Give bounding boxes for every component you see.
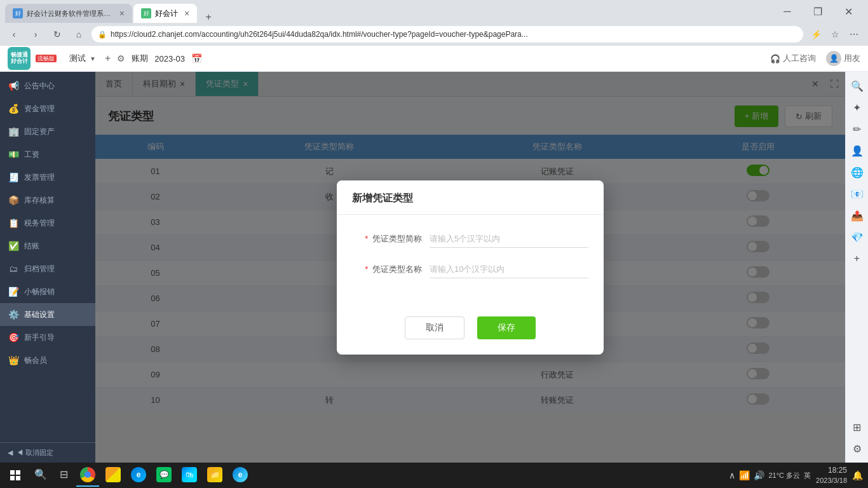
browser-tab-2[interactable]: 好 好会计 × <box>133 4 197 23</box>
modal-header: 新增凭证类型 <box>337 180 604 215</box>
fixed-assets-label: 固定资产 <box>24 126 55 137</box>
sidebar-item-inventory[interactable]: 📦 库存核算 <box>0 189 95 212</box>
browser-tabs: 好 好会计云财务软件管理系统_会计 × 好 好会计 × + <box>5 0 216 23</box>
abbr-required: * <box>365 234 368 243</box>
gear-icon[interactable]: ⚙ <box>117 53 125 64</box>
announcement-label: 公告中心 <box>24 81 55 92</box>
cancel-button[interactable]: 取消 <box>405 316 465 339</box>
sidebar-item-expense[interactable]: 📝 小畅报销 <box>0 280 95 303</box>
rs-settings-icon[interactable]: ⚙ <box>848 440 866 458</box>
taskbar-time[interactable]: 18:25 2023/3/18 <box>816 465 847 485</box>
sidebar-item-member[interactable]: 👑 畅会员 <box>0 349 95 372</box>
new-tab-button[interactable]: + <box>201 11 216 23</box>
rs-star-icon[interactable]: ✦ <box>848 98 866 116</box>
user-button[interactable]: 👤 用友 <box>826 51 860 66</box>
taskbar-wechat[interactable]: 💬 <box>153 464 175 487</box>
sidebar-item-announcement[interactable]: 📢 公告中心 <box>0 74 95 97</box>
extensions-button[interactable]: ⚡ <box>807 25 825 43</box>
sidebar-item-salary[interactable]: 💵 工资 <box>0 143 95 166</box>
calendar-icon[interactable]: 📅 <box>191 53 202 64</box>
sidebar-item-settings[interactable]: ⚙️ 基础设置 <box>0 303 95 326</box>
taskbar-explorer[interactable] <box>102 464 125 487</box>
restore-button[interactable]: ❐ <box>803 2 832 21</box>
sidebar-item-archive[interactable]: 🗂 归档管理 <box>0 257 95 280</box>
speaker-icon[interactable]: 🔊 <box>754 470 764 480</box>
browser-address-bar: ‹ › ↻ ⌂ 🔒 https://cloud2.chanjet.com/acc… <box>0 23 868 46</box>
address-bar[interactable]: 🔒 https://cloud2.chanjet.com/accounting/… <box>92 26 803 43</box>
workspace-selector[interactable]: 测试 ▼ <box>69 53 96 64</box>
name-label: * 凭证类型名称 <box>352 264 422 275</box>
taskbar-chrome[interactable] <box>76 464 99 487</box>
capital-icon: 💰 <box>8 103 19 114</box>
rs-outlook-icon[interactable]: 📧 <box>848 185 866 203</box>
add-workspace-button[interactable]: + <box>105 53 111 64</box>
taskbar-search[interactable]: 🔍 <box>31 464 51 484</box>
favorites-button[interactable]: ☆ <box>826 25 844 43</box>
chevron-icon[interactable]: ∧ <box>729 470 735 480</box>
taskbar-task-view[interactable]: ⊟ <box>53 464 74 484</box>
save-button[interactable]: 保存 <box>477 316 536 339</box>
lock-icon: 🔒 <box>98 30 107 39</box>
rs-edit-icon[interactable]: ✏ <box>848 120 866 138</box>
abbr-input[interactable] <box>430 230 588 248</box>
modal-footer: 取消 保存 <box>337 306 604 355</box>
rs-globe-icon[interactable]: 🌐 <box>848 163 866 181</box>
taskbar-edge[interactable]: e <box>127 464 150 487</box>
sidebar-item-settle[interactable]: ✅ 结账 <box>0 234 95 257</box>
rs-user-icon[interactable]: 👤 <box>848 142 866 159</box>
taskbar-microsoft-store[interactable]: 🛍 <box>178 464 201 487</box>
consult-label: 人工咨询 <box>783 53 816 64</box>
settle-icon: ✅ <box>8 240 19 252</box>
avatar: 👤 <box>826 51 841 66</box>
language-indicator[interactable]: 英 <box>804 471 811 480</box>
consult-button[interactable]: 🎧 人工咨询 <box>770 53 816 64</box>
salary-icon: 💵 <box>8 149 19 160</box>
rs-add-icon[interactable]: + <box>848 250 866 268</box>
sidebar-item-fixed-assets[interactable]: 🏢 固定资产 <box>0 120 95 143</box>
modal-title: 新增凭证类型 <box>352 193 413 203</box>
taskbar-apps: 🔍 ⊟ e 💬 🛍 📁 e <box>31 464 252 487</box>
tab2-close[interactable]: × <box>184 8 189 18</box>
name-input[interactable] <box>430 261 588 278</box>
rs-grid-icon[interactable]: ⊞ <box>848 418 866 436</box>
content-wrapper: 首页 科目期初 × 凭证类型 × ✕ ⛶ 凭证类型 <box>95 72 845 463</box>
invoice-label: 发票管理 <box>24 172 55 183</box>
sidebar-footer[interactable]: ◀ ◀ 取消固定 <box>0 442 95 463</box>
close-button[interactable]: ✕ <box>834 2 863 21</box>
version-badge: 流畅版 <box>36 55 57 63</box>
back-button[interactable]: ‹ <box>5 25 23 43</box>
period-label: 账期 <box>132 53 148 64</box>
taskbar-files[interactable]: 📁 <box>203 464 226 487</box>
sidebar-item-tax[interactable]: 📋 税务管理 <box>0 212 95 234</box>
headset-icon: 🎧 <box>770 54 780 64</box>
time-display: 18:25 <box>816 465 847 476</box>
sidebar-item-capital[interactable]: 💰 资金管理 <box>0 97 95 120</box>
wifi-icon[interactable]: 📶 <box>739 470 750 480</box>
sidebar-item-guide[interactable]: 🎯 新手引导 <box>0 326 95 349</box>
tab1-favicon: 好 <box>13 8 23 18</box>
rs-download-icon[interactable]: 💎 <box>848 228 866 246</box>
browser-tab-1[interactable]: 好 好会计云财务软件管理系统_会计 × <box>5 4 132 23</box>
notification-icon[interactable]: 🔔 <box>852 470 863 480</box>
inventory-icon: 📦 <box>8 194 19 206</box>
abbr-label: * 凭证类型简称 <box>352 233 422 245</box>
minimize-button[interactable]: ─ <box>773 2 802 21</box>
rs-search-icon[interactable]: 🔍 <box>848 77 866 95</box>
svg-rect-3 <box>16 476 20 480</box>
sidebar-item-invoice[interactable]: 🧾 发票管理 <box>0 166 95 189</box>
forward-button[interactable]: › <box>27 25 44 43</box>
modal-overlay: 新增凭证类型 * 凭证类型简称 * <box>95 72 845 463</box>
main-layout: 📢 公告中心 💰 资金管理 🏢 固定资产 💵 工资 🧾 发票管理 <box>0 72 868 463</box>
name-form-row: * 凭证类型名称 <box>352 261 588 278</box>
home-button[interactable]: ⌂ <box>70 25 88 43</box>
start-button[interactable] <box>5 465 25 485</box>
reload-button[interactable]: ↻ <box>48 25 66 43</box>
taskbar-edge2[interactable]: e <box>229 464 252 487</box>
more-button[interactable]: ⋯ <box>845 25 863 43</box>
address-text: https://cloud2.chanjet.com/accounting/uh… <box>111 30 797 39</box>
rs-send-icon[interactable]: 📤 <box>848 207 866 224</box>
tab1-close[interactable]: × <box>119 8 125 18</box>
salary-label: 工资 <box>24 149 39 160</box>
user-label: 用友 <box>844 53 860 64</box>
settings-icon: ⚙️ <box>8 309 19 320</box>
